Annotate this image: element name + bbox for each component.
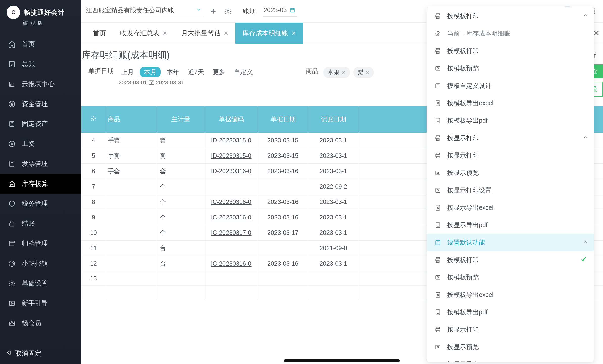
sidebar-item-ledger[interactable]: 总账	[0, 54, 81, 74]
sidebar-item-expense[interactable]: 小畅报销	[0, 253, 81, 273]
goods-chip[interactable]: 梨✕	[353, 67, 374, 78]
menu-template-pdf[interactable]: 按模板导出pdf	[427, 112, 594, 129]
date-opt-more[interactable]: 更多	[210, 67, 228, 77]
sidebar-item-settings[interactable]: 基础设置	[0, 273, 81, 293]
col-doc-date[interactable]: 单据日期	[258, 106, 308, 133]
date-opt-prevmonth[interactable]: 上月	[119, 67, 136, 77]
col-post-date[interactable]: 记账日期	[308, 106, 359, 133]
settings-button[interactable]	[223, 7, 233, 16]
tab-monthend[interactable]: 月末批量暂估✕	[174, 23, 235, 44]
cell-unit: 套	[157, 133, 205, 148]
cell-unit	[157, 286, 205, 300]
doc-link[interactable]: IC-20230316-0	[211, 198, 251, 205]
cell-rownum: 13	[81, 271, 106, 286]
sidebar-item-archive[interactable]: 归档管理	[0, 233, 81, 253]
menu-display-excel[interactable]: 按显示导出excel	[427, 199, 594, 216]
col-main-unit[interactable]: 主计量	[157, 106, 205, 133]
menu-display-pdf[interactable]: 按显示导出pdf	[427, 216, 594, 234]
sidebar-item-reports[interactable]: 云报表中心	[0, 74, 81, 94]
close-icon[interactable]: ✕	[163, 30, 167, 37]
menu-item-label: 按模板导出pdf	[447, 116, 488, 125]
doc-link[interactable]: IC-20230316-0	[211, 260, 251, 267]
company-selector[interactable]: 江西服宝精品有限责任公司内账	[85, 5, 204, 17]
menu-group-default[interactable]: 设置默认功能	[427, 234, 594, 251]
close-icon[interactable]: ✕	[224, 30, 228, 37]
cell-doc-date: 2023-03-16	[258, 256, 308, 271]
menu-default-template-pdf[interactable]: 按模板导出pdf	[427, 303, 594, 321]
date-opt-7days[interactable]: 近7天	[185, 67, 207, 77]
svg-rect-11	[290, 8, 294, 12]
svg-point-53	[437, 346, 439, 348]
period-selector[interactable]: 2023-03	[263, 6, 297, 17]
doc-link[interactable]: ID-20230315-0	[211, 152, 251, 159]
cell-unit: 个	[157, 210, 205, 225]
menu-display-preview[interactable]: 按显示预览	[427, 164, 594, 181]
sidebar-unpin[interactable]: 取消固定	[0, 344, 81, 364]
goods-chip[interactable]: 水果✕	[323, 67, 350, 78]
brand-edition: 旗舰版	[23, 20, 81, 27]
add-button[interactable]	[209, 7, 218, 16]
col-gear[interactable]	[81, 106, 106, 133]
cell-doc-date: 2023-03-15	[258, 133, 308, 148]
doc-link[interactable]: IC-20230317-0	[211, 229, 251, 236]
cell-doc-code: ID-20230316-0	[205, 164, 258, 179]
doc-link[interactable]: IC-20230316-0	[211, 214, 251, 221]
col-goods[interactable]: 商品	[106, 106, 157, 133]
menu-default-template-excel[interactable]: 按模板导出excel	[427, 286, 594, 303]
svg-rect-28	[436, 118, 440, 123]
date-opts: 上月 本月 本年 近7天 更多 自定义	[119, 67, 255, 77]
sidebar-item-assets[interactable]: 固定资产	[0, 114, 81, 134]
sidebar-item-funds[interactable]: 资金管理	[0, 94, 81, 114]
tab-home[interactable]: 首页	[86, 23, 113, 44]
menu-template-design[interactable]: 模板自定义设计	[427, 77, 594, 94]
chip-remove-icon[interactable]: ✕	[342, 69, 346, 75]
menu-display-print[interactable]: 按显示打印	[427, 147, 594, 164]
filter-goods: 商品 水果✕ 梨✕	[306, 67, 375, 78]
svg-point-46	[437, 276, 439, 278]
menu-default-template-preview[interactable]: 按模板预览	[427, 269, 594, 286]
menu-default-display-print[interactable]: 按显示打印	[427, 321, 594, 338]
sidebar-item-salary[interactable]: 工资	[0, 134, 81, 154]
menu-group-display[interactable]: 按显示打印	[427, 129, 594, 147]
menu-item-label: 按显示预览	[447, 169, 479, 177]
tab-summary[interactable]: 收发存汇总表✕	[113, 23, 174, 44]
sidebar-item-vip[interactable]: 畅会员	[0, 313, 81, 333]
cell-doc-code: IC-20230316-0	[205, 256, 258, 271]
menu-default-display-excel[interactable]: 按显示导出excel	[427, 356, 594, 362]
date-opt-custom[interactable]: 自定义	[231, 67, 255, 77]
date-opt-thisyear[interactable]: 本年	[164, 67, 182, 77]
sidebar-item-inventory[interactable]: 库存核算	[0, 174, 81, 194]
col-doc-code[interactable]: 单据编码	[205, 106, 258, 133]
sidebar-item-closing[interactable]: 结账	[0, 214, 81, 233]
cell-doc-code	[205, 286, 258, 300]
unpin-icon	[6, 349, 13, 358]
cell-post-date: 2023-03-1	[308, 210, 359, 225]
cell-rownum: 8	[81, 194, 106, 210]
sidebar-item-guide[interactable]: 新手引导	[0, 293, 81, 313]
menu-item-label: 按显示预览	[447, 343, 479, 351]
menu-template-preview[interactable]: 按模板预览	[427, 60, 594, 77]
preview-icon	[434, 65, 442, 72]
sidebar-item-tax[interactable]: 税务管理	[0, 194, 81, 214]
doc-link[interactable]: ID-20230316-0	[211, 168, 251, 174]
menu-default-template-print[interactable]: 按模板打印	[427, 251, 594, 269]
sidebar-item-home[interactable]: 首页	[0, 34, 81, 54]
close-icon[interactable]: ✕	[291, 30, 296, 37]
cell-doc-date: 2023-03-16	[258, 210, 308, 225]
settings-icon	[434, 187, 442, 194]
menu-default-display-preview[interactable]: 按显示预览	[427, 338, 594, 356]
chip-remove-icon[interactable]: ✕	[365, 69, 370, 75]
svg-rect-24	[436, 66, 440, 70]
doc-link[interactable]: ID-20230315-0	[211, 137, 251, 144]
sidebar-item-label: 结账	[22, 219, 35, 228]
menu-template-print[interactable]: 按模板打印	[427, 42, 594, 60]
sidebar-item-invoice[interactable]: 发票管理	[0, 154, 81, 174]
cell-post-date: 2023-03-1	[308, 256, 359, 271]
menu-item-label: 模板自定义设计	[447, 82, 491, 90]
date-opt-thismonth[interactable]: 本月	[140, 67, 161, 77]
menu-group-template[interactable]: 按模板打印	[427, 7, 594, 25]
cell-goods	[106, 194, 157, 210]
menu-template-excel[interactable]: 按模板导出excel	[427, 94, 594, 112]
tab-cost-detail[interactable]: 库存成本明细账✕	[235, 23, 303, 44]
menu-display-settings[interactable]: 按显示打印设置	[427, 181, 594, 199]
